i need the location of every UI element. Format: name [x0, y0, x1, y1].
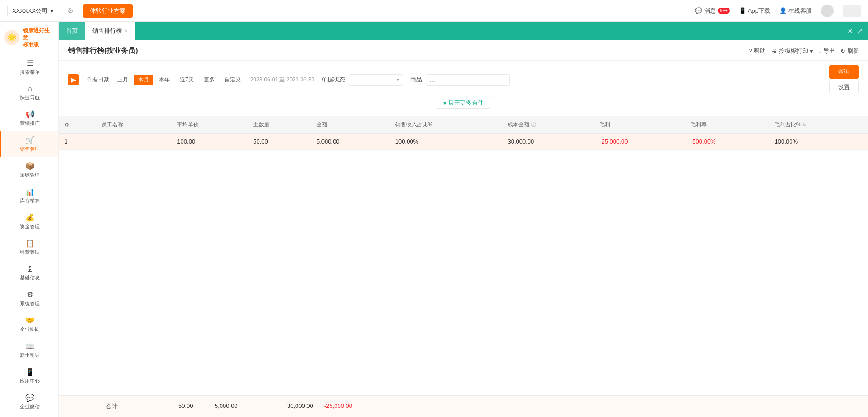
cell-index: 1 — [59, 134, 96, 150]
app-icon: 📱 — [739, 7, 746, 14]
trial-button[interactable]: 体验行业方案 — [83, 4, 133, 18]
sidebar-icon-1: ⌂ — [28, 85, 32, 93]
sidebar-item-4[interactable]: 📦采购管理 — [0, 157, 58, 183]
message-label: 消息 — [704, 7, 716, 15]
goods-label: 商品 — [410, 76, 422, 84]
tabs-bar: 首页 销售排行榜 × ✕ ⤢ — [59, 22, 868, 40]
tab-sales-ranking[interactable]: 销售排行榜 × — [85, 22, 135, 40]
status-select[interactable] — [349, 74, 403, 86]
sidebar-item-10[interactable]: 🤝企业协同 — [0, 312, 58, 337]
th-gross: 毛利 — [594, 116, 685, 134]
date-label: 单据日期 — [86, 76, 110, 84]
header-actions: ? 帮助 🖨 按模板打印 ▾ ↓ 导出 ↻ 刷新 — [748, 47, 859, 55]
gross-pct-sort-icon[interactable]: ⇅ — [802, 122, 806, 127]
sidebar-label-8: 基础信息 — [20, 274, 40, 281]
export-btn[interactable]: ↓ 导出 — [819, 47, 835, 55]
status-label: 单据状态 — [321, 76, 345, 84]
online-service-btn[interactable]: 👤 在线客服 — [779, 7, 812, 15]
sidebar-item-7[interactable]: 📋经营管理 — [0, 235, 58, 260]
th-sales-pct: 销售收入占比% — [390, 116, 503, 134]
date-tab-custom[interactable]: 自定义 — [221, 75, 245, 85]
refresh-btn[interactable]: ↻ 刷新 — [840, 47, 859, 55]
th-gross-pct: 毛利占比%⇅ — [769, 116, 868, 134]
cost-info-icon[interactable]: ⓘ — [531, 121, 536, 129]
settings-icon-btn[interactable]: ⚙ — [64, 4, 77, 18]
export-label: 导出 — [823, 47, 835, 55]
sidebar-label-3: 销售管理 — [20, 146, 40, 153]
user-menu[interactable] — [843, 5, 861, 17]
sidebar-item-14[interactable]: V畅会员 — [0, 415, 58, 417]
footer-gross: -25,000.00 — [319, 401, 358, 412]
service-icon: 👤 — [779, 7, 786, 14]
sidebar-item-9[interactable]: ⚙系统管理 — [0, 286, 58, 312]
date-tab-more[interactable]: 更多 — [200, 75, 219, 85]
goods-filter: 商品 — [410, 74, 510, 86]
date-tab-this-month[interactable]: 本月 — [134, 75, 153, 85]
sidebar-item-0[interactable]: ☰搜索菜单 — [0, 54, 58, 80]
footer-sales-pct — [245, 401, 282, 412]
footer-label-cell — [64, 401, 101, 412]
sidebar-item-1[interactable]: ⌂快捷导航 — [0, 80, 58, 105]
sidebar-label-0: 搜索菜单 — [20, 69, 40, 76]
message-btn[interactable]: 💬 消息 99+ — [695, 7, 730, 15]
table-footer: 合计 50.00 5,000.00 30,000.00 -25,000.00 — [59, 395, 868, 417]
date-tab-this-year[interactable]: 本年 — [155, 75, 174, 85]
help-label: 帮助 — [754, 47, 766, 55]
sidebar: 🌟 畅康通好生意 标准版 ☰搜索菜单⌂快捷导航📢营销推广🛒销售管理📦采购管理📊库… — [0, 22, 59, 417]
sidebar-icon-9: ⚙ — [27, 290, 33, 299]
status-select-wrap — [349, 74, 403, 86]
company-selector[interactable]: XXXXXX公司 ▾ — [7, 5, 58, 17]
cell-name — [96, 134, 172, 150]
help-icon: ? — [748, 48, 752, 54]
app-download-btn[interactable]: 📱 App下载 — [739, 7, 770, 15]
gear-icon: ⚙ — [67, 6, 74, 15]
cell-gross: -25,000.00 — [594, 134, 685, 150]
print-btn[interactable]: 🖨 按模板打印 ▾ — [771, 47, 813, 55]
th-gross-rate: 毛利率 — [685, 116, 769, 134]
sidebar-nav: ☰搜索菜单⌂快捷导航📢营销推广🛒销售管理📦采购管理📊库存核算💰资金管理📋经营管理… — [0, 54, 58, 417]
sidebar-item-8[interactable]: 🗄基础信息 — [0, 260, 58, 286]
cell-qty: 50.00 — [248, 134, 311, 150]
th-settings: ⚙ — [59, 116, 96, 134]
filter-row-1: ▶ 单据日期 上月 本月 本年 近7天 更多 自定义 2023-06-01 至 … — [68, 65, 859, 94]
query-button[interactable]: 查询 — [829, 65, 859, 79]
print-chevron: ▾ — [810, 48, 813, 54]
date-tab-last-month[interactable]: 上月 — [113, 75, 132, 85]
tab-home[interactable]: 首页 — [59, 22, 85, 40]
sidebar-item-12[interactable]: 📱应用中心 — [0, 363, 58, 389]
help-btn[interactable]: ? 帮助 — [748, 47, 765, 55]
cell-gross-pct: 100.00% — [769, 134, 868, 150]
expand-btn[interactable]: ▾ 展开更多条件 — [436, 97, 491, 109]
goods-input[interactable] — [426, 74, 510, 86]
sidebar-icon-2: 📢 — [25, 110, 34, 119]
chevron-down-icon: ▾ — [443, 100, 446, 106]
tab-label: 销售排行榜 — [92, 27, 122, 35]
tabs-right-controls: ✕ ⤢ — [847, 27, 868, 35]
settings-button[interactable]: 设置 — [829, 81, 859, 94]
refresh-icon: ↻ — [840, 48, 845, 54]
sidebar-item-11[interactable]: 📖新手引导 — [0, 337, 58, 363]
tab-close-icon[interactable]: × — [125, 28, 128, 34]
sidebar-label-12: 应用中心 — [20, 378, 40, 384]
sidebar-item-3[interactable]: 🛒销售管理 — [0, 131, 58, 157]
svg-text:🌟: 🌟 — [7, 32, 17, 42]
tabs-close-all-btn[interactable]: ✕ — [847, 27, 853, 35]
page-header: 销售排行榜(按业务员) ? 帮助 🖨 按模板打印 ▾ ↓ 导出 — [59, 40, 868, 61]
filter-toggle-arrow[interactable]: ▶ — [68, 74, 79, 85]
sidebar-label-9: 系统管理 — [20, 300, 40, 307]
sidebar-item-13[interactable]: 💬企业微信 — [0, 389, 58, 415]
avatar[interactable] — [821, 5, 834, 17]
filter-area: ▶ 单据日期 上月 本月 本年 近7天 更多 自定义 2023-06-01 至 … — [59, 61, 868, 116]
date-filter: 单据日期 上月 本月 本年 近7天 更多 自定义 2023-06-01 至 20… — [86, 75, 314, 85]
sidebar-item-6[interactable]: 💰资金管理 — [0, 209, 58, 235]
company-name: XXXXXX公司 — [12, 7, 48, 15]
sidebar-item-2[interactable]: 📢营销推广 — [0, 105, 58, 131]
top-right-area: 💬 消息 99+ 📱 App下载 👤 在线客服 — [695, 5, 861, 17]
th-cost: 成本全额ⓘ — [502, 116, 594, 134]
date-tab-7days[interactable]: 近7天 — [176, 75, 198, 85]
th-qty: 主数量 — [248, 116, 311, 134]
th-settings-icon: ⚙ — [64, 122, 69, 128]
sidebar-label-7: 经营管理 — [20, 249, 40, 256]
tabs-maximize-btn[interactable]: ⤢ — [857, 27, 863, 35]
sidebar-item-5[interactable]: 📊库存核算 — [0, 183, 58, 209]
